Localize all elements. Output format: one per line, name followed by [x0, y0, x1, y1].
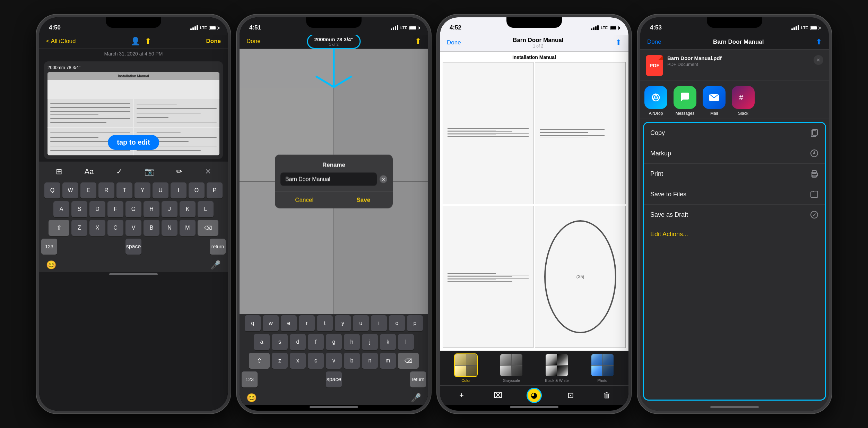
key2-y[interactable]: y — [335, 315, 351, 331]
key-t[interactable]: T — [116, 182, 132, 198]
key-return[interactable]: return — [210, 239, 226, 255]
resize-btn[interactable]: ⊡ — [563, 388, 578, 403]
key-h[interactable]: H — [144, 201, 159, 217]
key-c[interactable]: C — [107, 220, 123, 236]
nav-back-1[interactable]: < All iCloud — [46, 38, 76, 45]
app-messages[interactable]: Messages — [674, 86, 696, 116]
key-b[interactable]: B — [144, 220, 159, 236]
key-v[interactable]: V — [125, 220, 141, 236]
share-icon-3[interactable]: ⬆ — [615, 38, 622, 47]
filter-color[interactable]: Color — [454, 353, 478, 383]
key2-b[interactable]: b — [344, 353, 360, 369]
key-x[interactable]: X — [89, 220, 105, 236]
action-save-files[interactable]: Save to Files — [644, 184, 825, 205]
key-g[interactable]: G — [125, 201, 141, 217]
action-print[interactable]: Print — [644, 164, 825, 184]
key2-t[interactable]: t — [317, 315, 333, 331]
key-z[interactable]: Z — [71, 220, 87, 236]
nav-back-3[interactable]: Done — [447, 39, 461, 46]
crop-btn[interactable]: ⌧ — [490, 388, 505, 403]
key-j[interactable]: J — [162, 201, 177, 217]
key-w[interactable]: W — [62, 182, 78, 198]
key-p[interactable]: P — [207, 182, 223, 198]
key2-d[interactable]: d — [290, 334, 306, 350]
close-icon-toolbar[interactable]: ✕ — [205, 167, 211, 176]
nav-back-4[interactable]: Done — [647, 38, 661, 45]
filter-bw[interactable]: Black & White — [545, 353, 568, 383]
action-copy[interactable]: Copy — [644, 123, 825, 143]
trash-btn[interactable]: 🗑 — [599, 388, 615, 403]
key2-j[interactable]: j — [362, 334, 378, 350]
rename-input-field[interactable] — [280, 173, 377, 186]
key-l[interactable]: L — [198, 201, 214, 217]
key-q[interactable]: Q — [44, 182, 60, 198]
key2-h[interactable]: h — [344, 334, 360, 350]
key-123[interactable]: 123 — [41, 239, 57, 255]
key-o[interactable]: O — [189, 182, 205, 198]
key2-x[interactable]: x — [290, 353, 306, 369]
mic-icon-2[interactable]: 🎤 — [411, 393, 421, 403]
key-a[interactable]: A — [53, 201, 69, 217]
key2-e[interactable]: e — [281, 315, 297, 331]
share-icon-4[interactable]: ⬆ — [816, 37, 822, 46]
key2-s[interactable]: s — [272, 334, 288, 350]
key2-f[interactable]: f — [308, 334, 324, 350]
key-r[interactable]: R — [98, 182, 114, 198]
share-icon-1[interactable]: ⬆ — [145, 37, 151, 46]
rename-cancel-btn[interactable]: Cancel — [275, 192, 334, 208]
key2-a[interactable]: a — [254, 334, 270, 350]
key-e[interactable]: E — [80, 182, 96, 198]
shift-key-2[interactable]: ⇧ — [249, 353, 270, 369]
rename-clear-btn[interactable]: ✕ — [380, 176, 387, 183]
shift-key[interactable]: ⇧ — [49, 220, 69, 236]
action-edit-actions[interactable]: Edit Actions... — [644, 225, 825, 243]
key2-m[interactable]: m — [380, 353, 396, 369]
emoji-icon-2[interactable]: 😊 — [246, 393, 257, 403]
key2-123[interactable]: 123 — [242, 371, 258, 387]
mic-icon-1[interactable]: 🎤 — [210, 260, 221, 270]
key-s[interactable]: S — [71, 201, 87, 217]
action-markup[interactable]: Markup — [644, 143, 825, 164]
key-m[interactable]: M — [180, 220, 196, 236]
key-f[interactable]: F — [107, 201, 123, 217]
share-close-btn[interactable]: ✕ — [814, 55, 823, 65]
nav-done-1[interactable]: Done — [206, 38, 221, 45]
app-slack[interactable]: # Slack — [732, 86, 755, 116]
share-icon-2[interactable]: ⬆ — [415, 37, 421, 46]
pen-icon[interactable]: ✏ — [176, 167, 182, 176]
key-y[interactable]: Y — [134, 182, 150, 198]
filter-grayscale[interactable]: Grayscale — [500, 353, 523, 383]
check-icon[interactable]: ✓ — [116, 167, 122, 176]
key2-k[interactable]: k — [380, 334, 396, 350]
filter-photo[interactable]: Photo — [591, 353, 614, 383]
key-n[interactable]: N — [162, 220, 177, 236]
key-d[interactable]: D — [89, 201, 105, 217]
table-icon[interactable]: ⊞ — [56, 167, 62, 176]
key2-o[interactable]: o — [389, 315, 405, 331]
camera-toolbar-icon[interactable]: 📷 — [145, 167, 154, 176]
key-k[interactable]: K — [180, 201, 196, 217]
key2-space[interactable]: space — [326, 371, 342, 387]
key-u[interactable]: U — [153, 182, 168, 198]
key2-w[interactable]: w — [263, 315, 279, 331]
key2-n[interactable]: n — [362, 353, 378, 369]
key2-z[interactable]: z — [272, 353, 288, 369]
text-format-icon[interactable]: Aa — [85, 167, 94, 176]
add-btn[interactable]: + — [454, 388, 469, 403]
app-airdrop[interactable]: AirDrop — [644, 86, 667, 116]
app-mail[interactable]: Mail — [703, 86, 726, 116]
key2-c[interactable]: c — [308, 353, 324, 369]
tap-to-edit-badge[interactable]: tap to edit — [108, 135, 159, 150]
key2-return[interactable]: return — [410, 371, 426, 387]
key-i[interactable]: I — [171, 182, 186, 198]
filter-active-btn[interactable]: ◕ — [527, 388, 542, 403]
key2-u[interactable]: u — [353, 315, 369, 331]
key2-q[interactable]: q — [245, 315, 261, 331]
rename-save-btn[interactable]: Save — [334, 192, 393, 208]
key2-r[interactable]: r — [299, 315, 315, 331]
action-save-draft[interactable]: Save as Draft — [644, 205, 825, 225]
key-space[interactable]: space — [125, 239, 141, 255]
backspace-key-2[interactable]: ⌫ — [398, 353, 419, 369]
key2-g[interactable]: g — [326, 334, 342, 350]
contact-icon[interactable]: 👤 — [131, 37, 140, 46]
